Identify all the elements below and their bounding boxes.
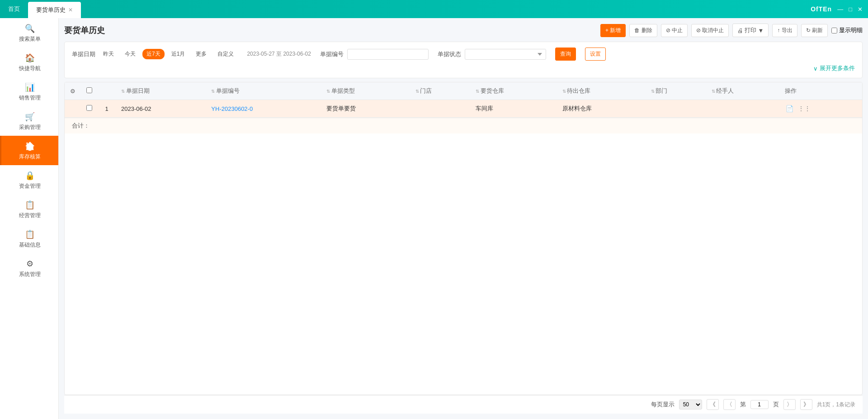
table-row: 1 2023-06-02 YH-20230602-0 要货单要货 车间库 原材料… bbox=[65, 100, 862, 118]
settings-button[interactable]: 设置 bbox=[585, 48, 606, 61]
select-all-checkbox[interactable] bbox=[86, 87, 92, 93]
sidebar-item-operations-label: 经营管理 bbox=[19, 212, 41, 219]
main-layout: 🔍 搜索菜单 🏠 快捷导航 📊 销售管理 🛒 采购管理 🏠 库存核算 🔒 资金管… bbox=[0, 18, 868, 419]
doc-number-label: 单据编号 bbox=[320, 50, 344, 58]
minimize-icon[interactable]: — bbox=[837, 6, 843, 13]
basic-info-icon: 📋 bbox=[25, 229, 35, 239]
col-store[interactable]: 门店 bbox=[410, 82, 471, 100]
content-area: 要货单历史 + 新增 🗑 删除 ⊘ 中止 ⊘ 取消中止 🖨 打印 ▼ ↑ 导出 … bbox=[59, 18, 868, 419]
sidebar-item-operations[interactable]: 📋 经营管理 bbox=[0, 195, 58, 224]
tab-home[interactable]: 首页 bbox=[0, 0, 28, 18]
sidebar-item-basic-info-label: 基础信息 bbox=[19, 241, 41, 249]
tab-requisition-history[interactable]: 要货单历史 ✕ bbox=[28, 2, 81, 18]
op-icons-group: 📄 ⋮⋮ bbox=[785, 104, 857, 113]
new-button[interactable]: + 新增 bbox=[600, 24, 626, 37]
edit-icon[interactable]: ⋮⋮ bbox=[797, 104, 811, 113]
col-handler[interactable]: 经手人 bbox=[706, 82, 780, 100]
date-btn-more[interactable]: 更多 bbox=[192, 49, 211, 59]
footer-total-label: 合计： bbox=[72, 122, 90, 130]
tab-close-icon[interactable]: ✕ bbox=[68, 7, 73, 13]
date-filter-group: 单据日期 昨天 今天 近7天 近1月 更多 自定义 bbox=[72, 49, 238, 59]
col-doc-date[interactable]: 单据日期 bbox=[116, 82, 206, 100]
delete-button[interactable]: 🗑 删除 bbox=[629, 24, 657, 37]
inventory-icon: 🏠 bbox=[25, 141, 35, 151]
filter-row: 单据日期 昨天 今天 近7天 近1月 更多 自定义 2023-05-27 至 2… bbox=[72, 48, 855, 61]
doc-status-select[interactable] bbox=[465, 49, 546, 60]
sidebar-item-quick-nav[interactable]: 🏠 快捷导航 bbox=[0, 48, 58, 77]
sidebar-item-sales-label: 销售管理 bbox=[19, 94, 41, 102]
stop-button[interactable]: ⊘ 中止 bbox=[661, 24, 688, 37]
row-checkbox[interactable] bbox=[86, 105, 92, 111]
sidebar-item-basic-info[interactable]: 📋 基础信息 bbox=[0, 224, 58, 253]
query-button[interactable]: 查询 bbox=[555, 48, 576, 61]
page-suffix-label: 页 bbox=[773, 400, 779, 409]
col-doc-type[interactable]: 单据类型 bbox=[321, 82, 410, 100]
sidebar-item-finance[interactable]: 🔒 资金管理 bbox=[0, 165, 58, 195]
first-page-btn[interactable]: 《 bbox=[707, 399, 719, 410]
chevron-down-icon: ∨ bbox=[813, 65, 818, 72]
col-settings[interactable]: ⚙ bbox=[65, 82, 81, 100]
tab-bar: 首页 要货单历史 ✕ bbox=[0, 0, 81, 18]
sidebar-item-system[interactable]: ⚙ 系统管理 bbox=[0, 253, 58, 283]
close-icon[interactable]: ✕ bbox=[858, 6, 863, 13]
quick-nav-icon: 🏠 bbox=[25, 53, 35, 63]
top-bar-right: OfTEn — □ ✕ bbox=[811, 5, 868, 13]
last-page-btn[interactable]: 》 bbox=[800, 399, 812, 410]
sidebar-item-quick-label: 快捷导航 bbox=[19, 65, 41, 72]
date-btn-today[interactable]: 今天 bbox=[121, 49, 140, 59]
sidebar-item-finance-label: 资金管理 bbox=[19, 182, 41, 190]
row-settings-col bbox=[65, 100, 81, 118]
next-page-btn[interactable]: 〉 bbox=[783, 399, 796, 410]
col-num bbox=[98, 82, 116, 100]
col-pending-warehouse[interactable]: 待出仓库 bbox=[557, 82, 646, 100]
row-store bbox=[410, 100, 471, 118]
date-shortcuts: 昨天 今天 近7天 近1月 更多 自定义 bbox=[99, 49, 238, 59]
col-doc-no[interactable]: 单据编号 bbox=[206, 82, 321, 100]
date-btn-7days[interactable]: 近7天 bbox=[142, 49, 165, 59]
sidebar-item-search-menu[interactable]: 🔍 搜索菜单 bbox=[0, 18, 58, 48]
date-btn-custom[interactable]: 自定义 bbox=[213, 49, 238, 59]
data-table: ⚙ 单据日期 单据编号 单据类型 门店 要货仓库 待出仓库 部门 经手人 操作 bbox=[65, 82, 862, 118]
date-filter-label: 单据日期 bbox=[72, 50, 95, 58]
refresh-button[interactable]: ↻ 刷新 bbox=[801, 24, 828, 37]
view-icon[interactable]: 📄 bbox=[785, 104, 794, 113]
finance-icon: 🔒 bbox=[25, 171, 35, 181]
doc-number-input[interactable] bbox=[347, 49, 429, 60]
cancel-stop-button[interactable]: ⊘ 取消中止 bbox=[691, 24, 729, 37]
row-department bbox=[646, 100, 706, 118]
print-button[interactable]: 🖨 打印 ▼ bbox=[732, 24, 769, 37]
print-icon: 🖨 bbox=[737, 27, 743, 34]
row-handler bbox=[706, 100, 780, 118]
date-btn-yesterday[interactable]: 昨天 bbox=[99, 49, 118, 59]
data-table-wrapper: ⚙ 单据日期 单据编号 单据类型 门店 要货仓库 待出仓库 部门 经手人 操作 bbox=[64, 82, 863, 395]
doc-no-link[interactable]: YH-20230602-0 bbox=[211, 105, 253, 112]
col-department[interactable]: 部门 bbox=[646, 82, 706, 100]
row-doc-no: YH-20230602-0 bbox=[206, 100, 321, 118]
date-btn-1month[interactable]: 近1月 bbox=[167, 49, 189, 59]
row-req-warehouse: 车间库 bbox=[470, 100, 557, 118]
row-operations: 📄 ⋮⋮ bbox=[779, 100, 862, 118]
row-doc-date: 2023-06-02 bbox=[116, 100, 206, 118]
sidebar-item-purchase[interactable]: 🛒 采购管理 bbox=[0, 106, 58, 136]
row-checkbox-col[interactable] bbox=[81, 100, 98, 118]
sales-icon: 📊 bbox=[25, 82, 35, 92]
prev-page-btn[interactable]: 〈 bbox=[723, 399, 736, 410]
col-checkbox[interactable] bbox=[81, 82, 98, 100]
print-label: 打印 bbox=[745, 26, 756, 34]
per-page-select[interactable]: 20 50 100 200 bbox=[679, 400, 702, 409]
export-button[interactable]: ↑ 导出 bbox=[772, 24, 797, 37]
col-req-warehouse[interactable]: 要货仓库 bbox=[470, 82, 557, 100]
maximize-icon[interactable]: □ bbox=[849, 6, 852, 13]
page-number-input[interactable] bbox=[750, 400, 769, 409]
expand-more-btn[interactable]: ∨ 展开更多条件 bbox=[813, 64, 855, 72]
sidebar-item-inventory-label: 库存核算 bbox=[19, 153, 41, 161]
expand-label: 展开更多条件 bbox=[820, 64, 855, 72]
table-body: 1 2023-06-02 YH-20230602-0 要货单要货 车间库 原材料… bbox=[65, 100, 862, 118]
date-range-text: 2023-05-27 至 2023-06-02 bbox=[247, 50, 311, 58]
table-header-row: ⚙ 单据日期 单据编号 单据类型 门店 要货仓库 待出仓库 部门 经手人 操作 bbox=[65, 82, 862, 100]
display-detail-checkbox-wrap[interactable]: 显示明细 bbox=[831, 26, 863, 34]
sidebar-item-purchase-label: 采购管理 bbox=[19, 124, 41, 131]
sidebar-item-inventory[interactable]: 🏠 库存核算 bbox=[0, 136, 58, 165]
display-detail-checkbox[interactable] bbox=[831, 28, 837, 33]
sidebar-item-sales[interactable]: 📊 销售管理 bbox=[0, 77, 58, 106]
